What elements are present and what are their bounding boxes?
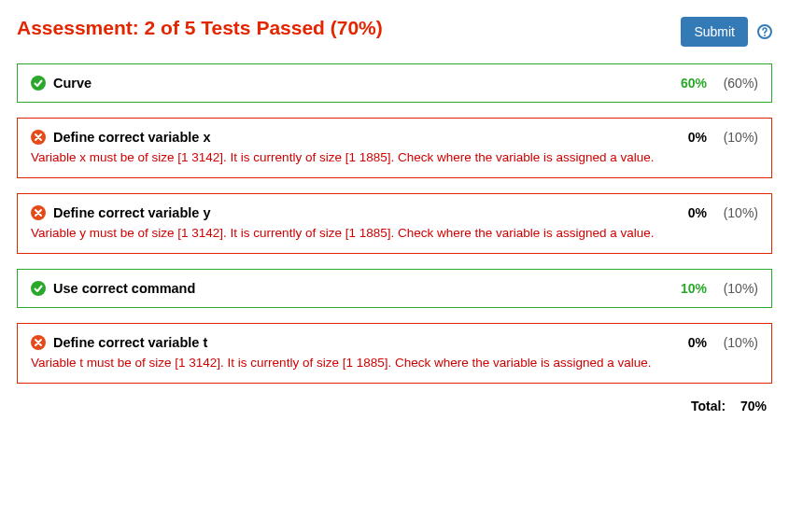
test-name: Curve bbox=[53, 76, 655, 91]
test-name: Use correct command bbox=[53, 281, 655, 296]
page-title: Assessment: 2 of 5 Tests Passed (70%) bbox=[17, 17, 383, 39]
test-score: 0% bbox=[655, 335, 707, 350]
help-icon[interactable] bbox=[757, 24, 772, 39]
test-weight: (10%) bbox=[707, 130, 758, 145]
check-circle-icon bbox=[31, 76, 46, 91]
test-row: Define correct variable x0%(10%) bbox=[31, 130, 758, 145]
svg-point-1 bbox=[764, 35, 766, 36]
test-weight: (60%) bbox=[707, 76, 758, 91]
test-list: Curve60%(60%)Define correct variable x0%… bbox=[17, 63, 772, 384]
test-row: Use correct command10%(10%) bbox=[31, 281, 758, 296]
test-error-message: Variable y must be of size [1 3142]. It … bbox=[31, 220, 758, 242]
test-weight: (10%) bbox=[707, 281, 758, 296]
test-item: Define correct variable x0%(10%)Variable… bbox=[17, 118, 772, 178]
test-name: Define correct variable y bbox=[53, 205, 655, 220]
test-row: Curve60%(60%) bbox=[31, 76, 758, 91]
x-circle-icon bbox=[31, 130, 46, 145]
test-item: Define correct variable y0%(10%)Variable… bbox=[17, 193, 772, 254]
total-label: Total: bbox=[691, 399, 726, 413]
test-weight: (10%) bbox=[707, 335, 758, 350]
svg-point-5 bbox=[31, 281, 46, 296]
test-score: 0% bbox=[655, 130, 707, 145]
header: Assessment: 2 of 5 Tests Passed (70%) Su… bbox=[17, 17, 772, 47]
total-value: 70% bbox=[740, 399, 767, 413]
test-error-message: Variable x must be of size [1 3142]. It … bbox=[31, 145, 758, 166]
svg-point-2 bbox=[31, 76, 46, 91]
header-actions: Submit bbox=[681, 17, 772, 47]
test-row: Define correct variable y0%(10%) bbox=[31, 205, 758, 220]
test-weight: (10%) bbox=[707, 205, 758, 220]
submit-button[interactable]: Submit bbox=[681, 17, 748, 47]
test-name: Define correct variable t bbox=[53, 335, 655, 350]
test-row: Define correct variable t0%(10%) bbox=[31, 335, 758, 350]
total-row: Total: 70% bbox=[17, 399, 772, 413]
test-item: Curve60%(60%) bbox=[17, 63, 772, 103]
x-circle-icon bbox=[31, 335, 46, 350]
test-item: Use correct command10%(10%) bbox=[17, 269, 772, 308]
check-circle-icon bbox=[31, 281, 46, 296]
test-score: 60% bbox=[655, 76, 707, 91]
x-circle-icon bbox=[31, 205, 46, 220]
test-item: Define correct variable t0%(10%)Variable… bbox=[17, 323, 772, 384]
test-score: 0% bbox=[655, 205, 707, 220]
test-score: 10% bbox=[655, 281, 707, 296]
test-error-message: Variable t must be of size [1 3142]. It … bbox=[31, 350, 758, 371]
test-name: Define correct variable x bbox=[53, 130, 655, 145]
